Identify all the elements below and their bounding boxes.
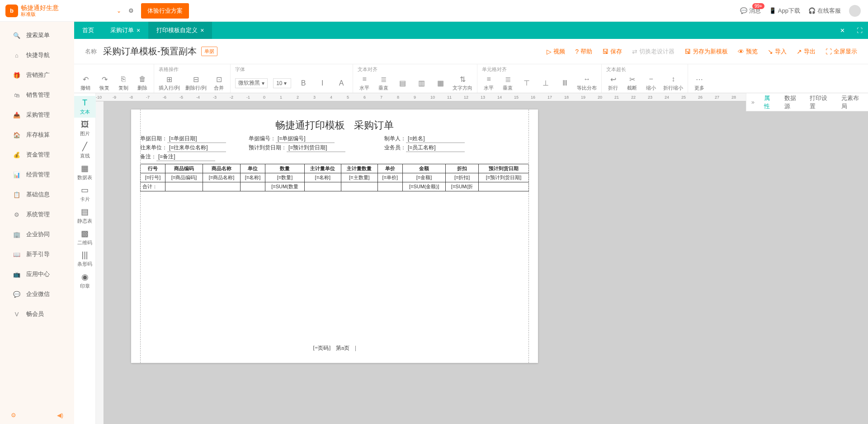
sidebar-item[interactable]: 🔍搜索菜单 bbox=[0, 25, 74, 45]
font-family-select[interactable]: 微软雅黑▾ bbox=[235, 78, 268, 88]
ribbon-button[interactable]: ≡水平 bbox=[482, 75, 495, 91]
sidebar-item[interactable]: 📥采购管理 bbox=[0, 105, 74, 125]
messages-button[interactable]: 💬 消息 99+ bbox=[740, 7, 761, 15]
panel-collapse-icon[interactable]: » bbox=[746, 99, 760, 105]
expand-button[interactable]: ⛶ bbox=[851, 22, 868, 39]
data-table[interactable]: 行号商品编码商品名称单位数量主计量单位主计量数量单价金额折扣预计到货日期 [=行… bbox=[140, 164, 529, 191]
ribbon-button[interactable]: ⊟删除行/列 bbox=[185, 75, 207, 91]
ribbon-button[interactable]: ▦ bbox=[434, 79, 447, 88]
title-action[interactable]: ↘导入 bbox=[768, 48, 787, 56]
title-action[interactable]: 👁预览 bbox=[738, 48, 758, 56]
title-action[interactable]: 🖫另存为新模板 bbox=[684, 48, 728, 56]
palette-tool[interactable]: ▭卡片 bbox=[74, 183, 96, 205]
ribbon-button[interactable]: ≣垂直 bbox=[501, 75, 514, 91]
sidebar-item[interactable]: 📋基础信息 bbox=[0, 185, 74, 205]
sidebar-item[interactable]: 💰资金管理 bbox=[0, 145, 74, 165]
ribbon-toolbar: ↶撤销↷恢复⎘复制🗑删除 表格操作⊞插入行/列⊟删除行/列⊡合并 字体 微软雅黑… bbox=[74, 64, 868, 93]
title-action[interactable]: 🖫保存 bbox=[602, 48, 622, 56]
sidebar-item[interactable]: 📺应用中心 bbox=[0, 264, 74, 284]
ribbon-icon: ⎘ bbox=[121, 75, 126, 84]
ribbon-button[interactable]: B bbox=[297, 79, 310, 88]
tool-icon: ||| bbox=[81, 250, 88, 260]
close-tab-button[interactable]: ✕ bbox=[834, 22, 851, 39]
sidebar-item[interactable]: 📖新手引导 bbox=[0, 244, 74, 264]
right-panel-tab[interactable]: 打印设置 bbox=[805, 94, 836, 110]
settings-icon[interactable]: ⚙ bbox=[11, 412, 16, 419]
ribbon-icon: I bbox=[321, 79, 323, 88]
palette-tool[interactable]: ▦数据表 bbox=[74, 161, 96, 183]
right-panel-tab[interactable]: 数据源 bbox=[780, 94, 806, 110]
ribbon-icon: 🗑 bbox=[139, 75, 146, 84]
tab[interactable]: 打印模板自定义× bbox=[148, 22, 212, 39]
sidebar-item[interactable]: ⚙系统管理 bbox=[0, 205, 74, 224]
palette-tool[interactable]: |||条形码 bbox=[74, 248, 96, 270]
app-download-button[interactable]: 📱 App下载 bbox=[769, 7, 800, 15]
right-panel-tab[interactable]: 元素布局 bbox=[837, 94, 868, 110]
ribbon-button[interactable]: −缩小 bbox=[644, 75, 658, 91]
ribbon-button[interactable]: Ⅲ bbox=[558, 79, 571, 88]
ribbon-button[interactable]: ⎘复制 bbox=[117, 75, 130, 91]
sidebar-item[interactable]: 🛍销售管理 bbox=[0, 85, 74, 105]
design-page[interactable]: 畅捷通打印模板采购订单 单据日期：[=单据日期]单据编号：[=单据编号]制单人：… bbox=[131, 110, 538, 363]
ribbon-button[interactable]: ↩折行 bbox=[606, 75, 620, 91]
right-panel-tab[interactable]: 属性 bbox=[760, 94, 780, 110]
title-action[interactable]: ⛶全屏显示 bbox=[826, 48, 857, 56]
online-service-button[interactable]: 🎧 在线客服 bbox=[808, 7, 841, 15]
ribbon-button[interactable]: ↔等比分布 bbox=[577, 75, 597, 91]
company-selector[interactable]: ⌄ bbox=[85, 8, 121, 14]
ribbon-button[interactable]: ▤ bbox=[396, 79, 409, 88]
font-size-select[interactable]: 10▾ bbox=[273, 78, 291, 88]
close-icon[interactable]: × bbox=[200, 27, 204, 34]
ribbon-button[interactable]: I bbox=[316, 79, 329, 88]
action-icon: 🖫 bbox=[684, 48, 691, 55]
palette-tool[interactable]: ▩二维码 bbox=[74, 226, 96, 248]
palette-tool[interactable]: 🖼图片 bbox=[74, 118, 96, 139]
sidebar-item-label: 企业微信 bbox=[26, 290, 50, 298]
ribbon-button[interactable]: ⊡合并 bbox=[212, 75, 226, 91]
close-icon[interactable]: × bbox=[137, 27, 140, 34]
ribbon-icon: ⊥ bbox=[542, 79, 549, 88]
collapse-sidebar-icon[interactable]: ◀) bbox=[57, 412, 63, 419]
tool-icon: T bbox=[82, 98, 87, 108]
ribbon-button[interactable]: A bbox=[335, 79, 348, 88]
ribbon-button[interactable]: ✂截断 bbox=[625, 75, 639, 91]
user-menu[interactable] bbox=[849, 5, 863, 17]
palette-tool[interactable]: ◉印章 bbox=[74, 270, 96, 291]
ribbon-button[interactable]: ⊤ bbox=[520, 79, 533, 88]
more-button[interactable]: ⋯更多 bbox=[693, 75, 706, 91]
chevron-down-icon: ⌄ bbox=[117, 8, 121, 14]
ribbon-button[interactable]: ⊞插入行/列 bbox=[159, 75, 180, 91]
title-action[interactable]: ↗导出 bbox=[797, 48, 816, 56]
sidebar-item-label: 采购管理 bbox=[26, 111, 50, 119]
tool-icon: ▦ bbox=[81, 163, 89, 173]
tab[interactable]: 首页 bbox=[74, 22, 102, 39]
title-action[interactable]: ▷视频 bbox=[547, 48, 565, 56]
palette-tool[interactable]: T文本 bbox=[74, 96, 96, 118]
ribbon-button[interactable]: ≡水平 bbox=[358, 75, 371, 91]
ribbon-button[interactable]: ⇅文字方向 bbox=[453, 75, 472, 91]
tab[interactable]: 采购订单× bbox=[102, 22, 148, 39]
title-action[interactable]: ⇄切换老设计器 bbox=[632, 48, 675, 56]
ribbon-button[interactable]: ≣垂直 bbox=[377, 75, 390, 91]
sidebar-item[interactable]: 📊经营管理 bbox=[0, 165, 74, 185]
sidebar-item[interactable]: 🏠库存核算 bbox=[0, 125, 74, 145]
ribbon-button[interactable]: ▥ bbox=[415, 79, 428, 88]
sidebar-item[interactable]: 💬企业微信 bbox=[0, 284, 74, 304]
canvas-area: -10-9-8-7-6-5-4-3-2-10123456789101112131… bbox=[96, 93, 868, 424]
ribbon-button[interactable]: 🗑删除 bbox=[136, 75, 149, 91]
palette-tool[interactable]: ▤静态表 bbox=[74, 205, 96, 226]
sidebar-item[interactable]: ⌂快捷导航 bbox=[0, 45, 74, 65]
experience-plan-button[interactable]: 体验行业方案 bbox=[141, 3, 189, 19]
ribbon-button[interactable]: ↕折行缩小 bbox=[663, 75, 683, 91]
gear-icon[interactable]: ⚙ bbox=[128, 7, 134, 14]
ribbon-button[interactable]: ↷恢复 bbox=[98, 75, 111, 91]
sidebar-item[interactable]: 🏢企业协同 bbox=[0, 224, 74, 244]
palette-tool[interactable]: ╱直线 bbox=[74, 139, 96, 161]
tool-icon: ◉ bbox=[81, 272, 89, 282]
title-action[interactable]: ?帮助 bbox=[575, 48, 592, 56]
sidebar-item-label: 新手引导 bbox=[26, 250, 50, 258]
sidebar-item[interactable]: 🎁营销推广 bbox=[0, 65, 74, 85]
ribbon-button[interactable]: ↶撤销 bbox=[79, 75, 92, 91]
ribbon-button[interactable]: ⊥ bbox=[539, 79, 552, 88]
sidebar-item[interactable]: V畅会员 bbox=[0, 304, 74, 324]
